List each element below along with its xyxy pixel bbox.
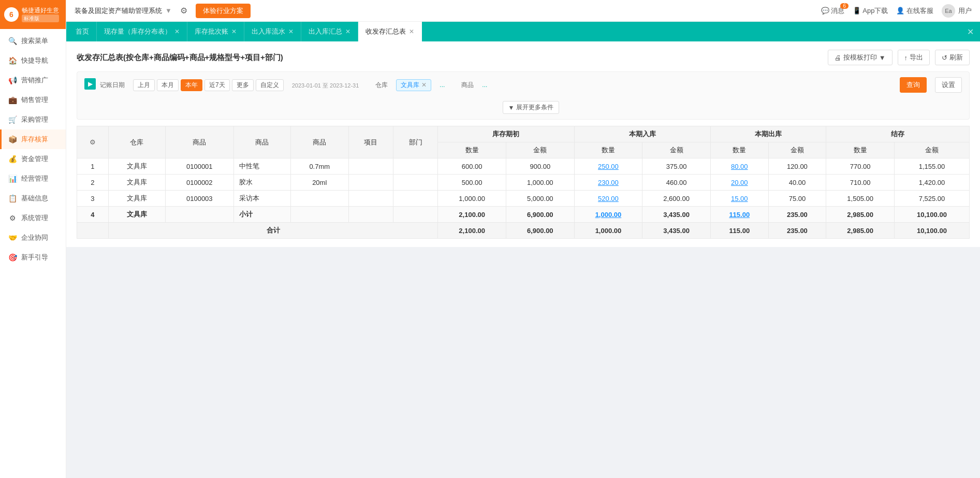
expand-icon: ▼ [508,104,515,111]
cell-warehouse-2: 文具库 [108,191,165,207]
warehouse-tag: 文具库 ✕ [396,79,431,91]
th-out-amt: 金额 [768,142,826,158]
sidebar-label-basic-info: 基础信息 [21,194,48,203]
query-btn[interactable]: 查询 [900,77,927,93]
settings-icon[interactable]: ⚙ [90,138,96,146]
page-card: 收发存汇总表(按仓库+商品编码+商品+规格型号+项目+部门) 🖨 按模板打印 ▼… [66,41,980,247]
tab-inout-flow[interactable]: 出入库流水✕ [244,22,301,41]
cell-code-1: 0100002 [165,175,233,191]
sidebar-item-sales[interactable]: 💼销售管理 [0,90,66,110]
print-btn[interactable]: 🖨 按模板打印 ▼ [828,50,893,65]
sidebar-item-quick-nav[interactable]: 🏠快捷导航 [0,51,66,70]
sidebar-item-collab[interactable]: 🤝企业协同 [0,228,66,248]
date-btn-自定义[interactable]: 自定义 [256,79,284,91]
cell-opening-amt-0: 900.00 [506,158,574,175]
sidebar-item-operations[interactable]: 📊经营管理 [0,169,66,189]
th-opening-group: 库存期初 [438,126,574,142]
cell-project-3 [348,207,393,223]
tab-home[interactable]: 首页 [68,22,97,41]
tab-close-inout-flow[interactable]: ✕ [288,28,294,35]
sidebar-icon-system: ⚙ [8,213,17,223]
expand-conditions-btn[interactable]: ▼ 展开更多条件 [503,101,560,114]
sidebar-item-purchase[interactable]: 🛒采购管理 [0,110,66,129]
sidebar-label-marketing: 营销推广 [21,76,48,85]
cell-out-qty-1[interactable]: 20.00 [710,175,768,191]
export-btn[interactable]: ↑ 导出 [898,50,930,65]
date-btn-更多[interactable]: 更多 [232,79,254,91]
sidebar-item-guide[interactable]: 🎯新手引导 [0,248,66,267]
table-row: 3文具库0100003采访本1,000.005,000.00520.002,60… [77,191,970,207]
print-label: 按模板打印 [843,53,877,62]
cell-in-qty-1[interactable]: 230.00 [574,175,642,191]
trial-btn[interactable]: 体验行业方案 [196,4,251,18]
footer-in-amt: 3,435.00 [642,223,711,239]
sidebar-item-finance[interactable]: 💰资金管理 [0,149,66,169]
date-btn-上月[interactable]: 上月 [133,79,155,91]
cell-in-qty-2[interactable]: 520.00 [574,191,642,207]
sidebar-icon-marketing: 📢 [8,76,17,85]
sidebar-item-search[interactable]: 🔍搜索菜单 [0,31,66,51]
date-filter-label: 记账日期 [100,81,125,90]
filter-toggle-icon[interactable]: ▶ [84,78,96,90]
sidebar-item-inventory[interactable]: 📦库存核算 [0,129,66,149]
tab-label-inout-summary: 出入库汇总 [309,27,342,36]
sidebar-icon-guide: 🎯 [8,253,17,262]
cell-dept-2 [393,191,437,207]
date-btn-本年[interactable]: 本年 [181,79,202,91]
notification-count: 6 [840,3,849,9]
page-title: 收发存汇总表(按仓库+商品编码+商品+规格型号+项目+部门) [77,53,283,63]
user-area[interactable]: Ea 用户 [942,4,972,18]
system-dropdown-icon[interactable]: ▼ [165,7,172,15]
sidebar-item-system[interactable]: ⚙系统管理 [0,208,66,228]
tab-stock-dist[interactable]: 现存量（库存分布表）✕ [97,22,187,41]
refresh-btn[interactable]: ↺ 刷新 [935,50,970,65]
product-filter-label: 商品 [461,81,474,90]
app-download[interactable]: 📱 App下载 [853,6,888,16]
online-service[interactable]: 👤 在线客服 [896,6,933,16]
tab-inout-summary[interactable]: 出入库汇总✕ [301,22,358,41]
notifications[interactable]: 💬 消息 6 [821,6,845,16]
footer-out-qty: 115.00 [710,223,768,239]
warehouse-tag-text: 文具库 [401,81,419,90]
cell-dept-0 [393,158,437,175]
warehouse-more[interactable]: ... [440,81,445,89]
config-icon[interactable]: ⚙ [180,6,187,16]
cell-out-qty-2[interactable]: 15.00 [710,191,768,207]
sidebar-icon-basic-info: 📋 [8,194,17,203]
cell-in-qty-0[interactable]: 250.00 [574,158,642,175]
cell-in-qty-3[interactable]: 1,000.00 [574,207,642,223]
date-btn-近7天[interactable]: 近7天 [204,79,230,91]
settings-btn[interactable]: 设置 [935,77,962,93]
avatar: Ea [942,4,955,18]
cell-project-0 [348,158,393,175]
cell-no-1: 2 [77,175,109,191]
cell-warehouse-1: 文具库 [108,175,165,191]
cell-out-amt-3: 235.00 [768,207,826,223]
th-balance-group: 结存 [826,126,970,142]
warehouse-tag-close[interactable]: ✕ [421,81,427,89]
tabbar-close[interactable]: ✕ [963,27,978,37]
th-settings[interactable]: ⚙ [77,126,109,158]
table-row: 1文具库0100001中性笔0.7mm600.00900.00250.00375… [77,158,970,175]
th-opening-amt: 金额 [506,142,574,158]
product-more[interactable]: ... [482,81,487,89]
cell-out-qty-0[interactable]: 80.00 [710,158,768,175]
tab-close-stock-dist[interactable]: ✕ [174,28,180,35]
sidebar-item-marketing[interactable]: 📢营销推广 [0,70,66,90]
tab-close-recv-send-summary[interactable]: ✕ [409,28,414,35]
footer-empty [77,223,109,239]
tab-close-batch[interactable]: ✕ [231,28,237,35]
cell-out-qty-3[interactable]: 115.00 [710,207,768,223]
tab-batch[interactable]: 库存批次账✕ [187,22,244,41]
sidebar-logo: 6 畅捷通好生意 标准版 [0,0,66,29]
sidebar-item-basic-info[interactable]: 📋基础信息 [0,189,66,208]
cell-name-2: 采访本 [233,191,290,207]
sidebar: 6 畅捷通好生意 标准版 🔍搜索菜单🏠快捷导航📢营销推广💼销售管理🛒采购管理📦库… [0,0,66,478]
th-opening-qty: 数量 [438,142,506,158]
date-btn-本月[interactable]: 本月 [157,79,179,91]
cell-out-amt-2: 75.00 [768,191,826,207]
tab-recv-send-summary[interactable]: 收发存汇总表✕ [358,22,422,41]
cell-balance-qty-0: 770.00 [826,158,895,175]
tab-close-inout-summary[interactable]: ✕ [345,28,350,35]
cell-no-2: 3 [77,191,109,207]
